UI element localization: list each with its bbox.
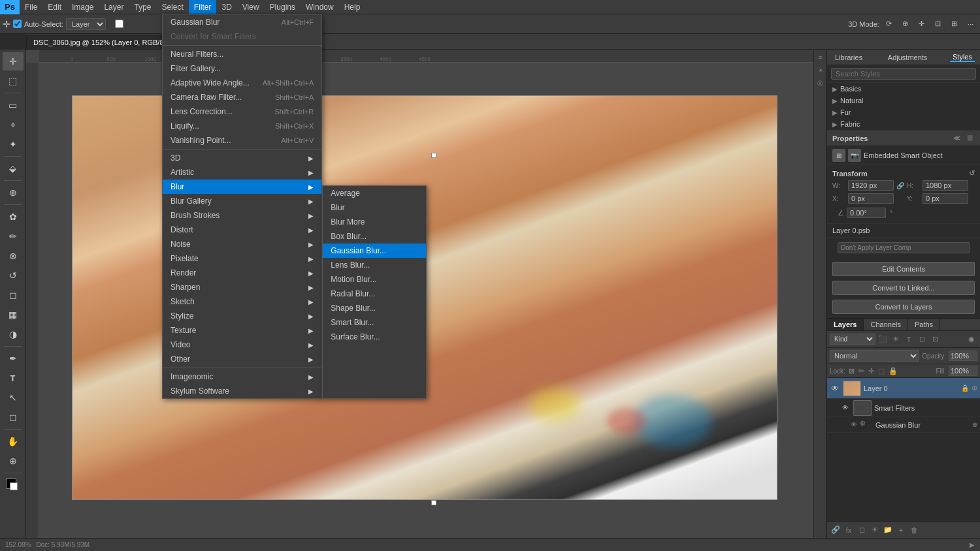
gaussian-blur-layer[interactable]: 👁 ⚙ Gaussian Blur ⊕ bbox=[827, 417, 980, 433]
3d-slide-btn[interactable]: ⊡ bbox=[931, 18, 945, 29]
menu-edit[interactable]: Edit bbox=[42, 0, 67, 14]
styles-basics[interactable]: ▶ Basics bbox=[827, 83, 980, 95]
stamp-tool[interactable]: ⊗ bbox=[3, 247, 24, 265]
lock-transparent-icon[interactable]: ⊠ bbox=[848, 366, 855, 376]
angle-input[interactable] bbox=[847, 208, 886, 218]
menu-image[interactable]: Image bbox=[67, 0, 99, 14]
lock-artboard-icon[interactable]: ⬚ bbox=[877, 366, 885, 376]
filter-texture[interactable]: Texture ▶ bbox=[163, 323, 321, 338]
blur-more[interactable]: Blur More bbox=[323, 215, 426, 229]
layer-options-layer0[interactable]: ⊕ bbox=[972, 384, 977, 392]
filter-adjust-icon[interactable]: ☀ bbox=[890, 334, 902, 345]
layer-vis-smart-filters[interactable]: 👁 bbox=[840, 403, 851, 413]
blur-gaussian[interactable]: Gaussian Blur... bbox=[323, 244, 426, 258]
filter-distort[interactable]: Distort ▶ bbox=[163, 223, 321, 237]
y-input[interactable] bbox=[923, 193, 968, 204]
transform-reset-btn[interactable]: ↺ bbox=[969, 169, 975, 178]
blur-average[interactable]: Average bbox=[323, 186, 426, 200]
autoselect-select[interactable]: Layer Group bbox=[66, 18, 106, 30]
sublayer-smart-filters[interactable]: 👁 Smart Filters bbox=[827, 399, 980, 417]
type-tool[interactable]: T bbox=[3, 369, 24, 387]
layers-tab-channels[interactable]: Channels bbox=[864, 319, 907, 330]
add-mask-btn[interactable]: ◻ bbox=[856, 524, 868, 536]
add-adjustment-btn[interactable]: ☀ bbox=[869, 524, 881, 536]
filter-lens-correction[interactable]: Lens Correction... Shift+Ctrl+R bbox=[163, 104, 321, 119]
gradient-tool[interactable]: ▦ bbox=[3, 306, 24, 324]
menu-filter[interactable]: Filter bbox=[189, 0, 217, 14]
menu-select[interactable]: Select bbox=[156, 0, 188, 14]
properties-menu-icon[interactable]: ☰ bbox=[964, 133, 975, 144]
filter-sharpen[interactable]: Sharpen ▶ bbox=[163, 280, 321, 294]
filter-stylize[interactable]: Stylize ▶ bbox=[163, 309, 321, 323]
expand-arrow[interactable]: ▶ bbox=[970, 541, 975, 548]
blur-surface[interactable]: Surface Blur... bbox=[323, 330, 426, 344]
styles-fur[interactable]: ▶ Fur bbox=[827, 106, 980, 118]
pen-tool[interactable]: ✒ bbox=[3, 349, 24, 368]
blur-radial[interactable]: Radial Blur... bbox=[323, 287, 426, 301]
menu-plugins[interactable]: Plugins bbox=[265, 0, 301, 14]
filter-video[interactable]: Video ▶ bbox=[163, 338, 321, 352]
artboard-tool[interactable]: ⬚ bbox=[3, 72, 24, 90]
more-btn[interactable]: ··· bbox=[964, 19, 977, 29]
filter-skylum[interactable]: Skylum Software ▶ bbox=[163, 384, 321, 398]
crop-tool[interactable]: ⬙ bbox=[3, 159, 24, 178]
filter-3d[interactable]: 3D ▶ bbox=[163, 151, 321, 165]
dodge-tool[interactable]: ◑ bbox=[3, 325, 24, 343]
edit-contents-btn[interactable]: Edit Contents bbox=[832, 262, 975, 276]
blur-motion[interactable]: Motion Blur... bbox=[323, 272, 426, 287]
convert-to-linked-btn[interactable]: Convert to Linked... bbox=[832, 281, 975, 295]
filter-pixelate[interactable]: Pixelate ▶ bbox=[163, 251, 321, 266]
opacity-input[interactable] bbox=[949, 351, 977, 361]
filter-noise[interactable]: Noise ▶ bbox=[163, 237, 321, 251]
dont-apply-input[interactable] bbox=[838, 242, 970, 253]
blur-smart[interactable]: Smart Blur... bbox=[323, 315, 426, 330]
group-layers-btn[interactable]: 📁 bbox=[882, 524, 894, 536]
shape-tool[interactable]: ◻ bbox=[3, 408, 24, 426]
lock-all-icon[interactable]: 🔒 bbox=[888, 366, 898, 376]
new-layer-btn[interactable]: + bbox=[895, 524, 907, 536]
canvas-content[interactable] bbox=[39, 63, 826, 538]
filter-brush-strokes[interactable]: Brush Strokes ▶ bbox=[163, 208, 321, 223]
libraries-icon[interactable]: ≡ bbox=[815, 52, 826, 63]
filter-camera-raw[interactable]: Camera Raw Filter... Shift+Ctrl+A bbox=[163, 90, 321, 104]
link-layers-btn[interactable]: 🔗 bbox=[830, 524, 841, 536]
filter-blur-gallery[interactable]: Blur Gallery ▶ bbox=[163, 194, 321, 208]
filter-smartobj-icon[interactable]: ⊡ bbox=[929, 334, 941, 345]
brush-tool[interactable]: ✏ bbox=[3, 227, 24, 245]
menu-file[interactable]: File bbox=[20, 0, 42, 14]
layer-item-layer0[interactable]: 👁 Layer 0 🔒 ⊕ bbox=[827, 378, 980, 399]
show-transform-checkbox[interactable] bbox=[115, 20, 123, 28]
filter-liquify[interactable]: Liquify... Shift+Ctrl+X bbox=[163, 119, 321, 133]
menu-type[interactable]: Type bbox=[129, 0, 156, 14]
styles-tab[interactable]: Styles bbox=[950, 53, 975, 62]
menu-view[interactable]: View bbox=[237, 0, 265, 14]
lasso-tool[interactable]: ⌖ bbox=[3, 116, 24, 134]
lock-position-icon[interactable]: ✛ bbox=[868, 366, 875, 376]
properties-collapse-icon[interactable]: ≪ bbox=[951, 133, 962, 144]
history-brush-tool[interactable]: ↺ bbox=[3, 266, 24, 285]
filter-vanishing-point[interactable]: Vanishing Point... Alt+Ctrl+V bbox=[163, 133, 321, 148]
move-tool[interactable]: ✛ bbox=[3, 52, 24, 71]
path-select-tool[interactable]: ↖ bbox=[3, 388, 24, 407]
lock-image-icon[interactable]: ✏ bbox=[858, 366, 865, 376]
blur-lens[interactable]: Lens Blur... bbox=[323, 258, 426, 272]
filter-adaptive[interactable]: Adaptive Wide Angle... Alt+Shift+Ctrl+A bbox=[163, 76, 321, 90]
libraries-tab[interactable]: Libraries bbox=[832, 54, 865, 61]
3d-pan-btn[interactable]: ✛ bbox=[915, 18, 928, 29]
3d-roll-btn[interactable]: ⊕ bbox=[898, 18, 912, 29]
layer-vis-layer0[interactable]: 👁 bbox=[830, 383, 840, 394]
fill-input[interactable] bbox=[949, 366, 977, 376]
layers-filter-select[interactable]: Kind Name Effect Mode Attribute Color Sm… bbox=[830, 334, 875, 345]
filter-shape-icon[interactable]: ◻ bbox=[916, 334, 928, 345]
filter-pixel-icon[interactable]: ⬛ bbox=[877, 334, 889, 345]
filter-render[interactable]: Render ▶ bbox=[163, 266, 321, 280]
filter-artistic[interactable]: Artistic ▶ bbox=[163, 165, 321, 180]
delete-layer-btn[interactable]: 🗑 bbox=[908, 524, 920, 536]
fx-btn[interactable]: fx bbox=[843, 524, 855, 536]
link-wh-icon[interactable]: 🔗 bbox=[896, 181, 904, 189]
layers-tab-layers[interactable]: Layers bbox=[827, 319, 864, 330]
filter-imagenomic[interactable]: Imagenomic ▶ bbox=[163, 370, 321, 384]
gaussian-settings-icon[interactable]: ⚙ bbox=[860, 420, 870, 430]
transform-handle-bottom[interactable] bbox=[431, 500, 436, 505]
blur-shape[interactable]: Shape Blur... bbox=[323, 301, 426, 315]
